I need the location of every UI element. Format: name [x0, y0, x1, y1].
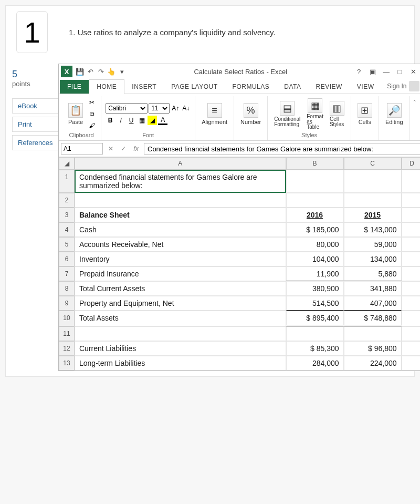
cell[interactable]: [402, 266, 420, 281]
enter-formula-icon[interactable]: ✓: [119, 144, 128, 153]
cell[interactable]: [402, 356, 420, 371]
tab-file[interactable]: FILE: [60, 80, 89, 94]
font-color-icon[interactable]: A: [158, 116, 167, 125]
cell[interactable]: [402, 341, 420, 356]
qat-customize-icon[interactable]: ▾: [117, 66, 127, 77]
cell[interactable]: $ 85,300: [286, 341, 344, 356]
name-box[interactable]: [61, 143, 103, 155]
font-name-select[interactable]: Calibri: [106, 103, 148, 114]
col-header-a[interactable]: A: [75, 157, 286, 170]
row-header[interactable]: 8: [59, 281, 75, 296]
cell[interactable]: 134,000: [344, 252, 402, 266]
cell[interactable]: [402, 281, 420, 296]
cell[interactable]: [402, 237, 420, 252]
italic-button[interactable]: I: [116, 116, 125, 125]
cell[interactable]: 2015: [344, 208, 402, 222]
cell[interactable]: Total Current Assets: [75, 281, 286, 296]
cell[interactable]: Balance Sheet: [75, 208, 286, 222]
row-header[interactable]: 1: [59, 170, 75, 193]
print-link[interactable]: Print: [12, 117, 58, 132]
help-icon[interactable]: ?: [354, 67, 364, 76]
cell-styles-button[interactable]: ▥ Cell Styles: [328, 100, 346, 128]
cell[interactable]: [286, 170, 344, 193]
cell[interactable]: [286, 193, 344, 208]
cell[interactable]: $ 748,880: [344, 311, 402, 326]
cell[interactable]: [75, 193, 286, 208]
redo-icon[interactable]: ↷: [96, 66, 106, 77]
undo-icon[interactable]: ↶: [85, 66, 96, 77]
editing-button[interactable]: 🔎 Editing: [383, 102, 405, 126]
cell[interactable]: $ 185,000: [286, 222, 344, 237]
cell[interactable]: 407,000: [344, 296, 402, 311]
format-painter-icon[interactable]: 🖌: [87, 121, 97, 130]
cell[interactable]: 514,500: [286, 296, 344, 311]
col-header-d[interactable]: D: [402, 157, 420, 170]
cell[interactable]: $ 143,000: [344, 222, 402, 237]
cell[interactable]: [402, 170, 420, 193]
maximize-icon[interactable]: □: [395, 67, 405, 76]
number-format-button[interactable]: % Number: [238, 102, 263, 126]
tab-page-layout[interactable]: PAGE LAYOUT: [164, 80, 225, 94]
cell[interactable]: 59,000: [344, 237, 402, 252]
cell[interactable]: 224,000: [344, 356, 402, 371]
cell[interactable]: [402, 296, 420, 311]
cell[interactable]: 80,000: [286, 237, 344, 252]
cell[interactable]: $ 895,400: [286, 311, 344, 326]
cell[interactable]: Long-term Liabilities: [75, 356, 286, 371]
cell[interactable]: Prepaid Insurance: [75, 266, 286, 281]
cell[interactable]: 5,880: [344, 266, 402, 281]
cell[interactable]: 2016: [286, 208, 344, 222]
paste-button[interactable]: 📋 Paste: [66, 102, 85, 126]
fx-icon[interactable]: fx: [131, 144, 141, 153]
row-header[interactable]: 2: [59, 193, 75, 208]
alignment-button[interactable]: ≡ Alignment: [200, 102, 229, 126]
references-link[interactable]: References: [12, 135, 58, 150]
cell[interactable]: 341,880: [344, 281, 402, 296]
grow-font-icon[interactable]: A↑: [171, 104, 180, 113]
row-header[interactable]: 3: [59, 208, 75, 222]
cell[interactable]: [75, 326, 286, 341]
touch-mode-icon[interactable]: 👆: [106, 66, 117, 77]
underline-button[interactable]: U: [127, 116, 136, 125]
row-header[interactable]: 4: [59, 222, 75, 237]
shrink-font-icon[interactable]: A↓: [181, 104, 191, 113]
tab-home[interactable]: HOME: [89, 79, 124, 94]
cell-a1[interactable]: Condensed financial statements for Games…: [75, 170, 286, 193]
collapse-ribbon-icon[interactable]: ˄: [410, 96, 419, 140]
cells-button[interactable]: ⊞ Cells: [355, 102, 374, 126]
row-header[interactable]: 7: [59, 266, 75, 281]
cell[interactable]: 380,900: [286, 281, 344, 296]
cell[interactable]: [402, 193, 420, 208]
cell[interactable]: 104,000: [286, 252, 344, 266]
row-header[interactable]: 5: [59, 237, 75, 252]
ribbon-options-icon[interactable]: ▣: [368, 67, 377, 76]
cell[interactable]: Total Assets: [75, 311, 286, 326]
sign-in-button[interactable]: Sign In: [384, 79, 420, 94]
cell[interactable]: [344, 170, 402, 193]
fill-color-icon[interactable]: ◢: [148, 116, 157, 125]
font-size-select[interactable]: 11: [149, 103, 170, 114]
cancel-formula-icon[interactable]: ✕: [106, 144, 116, 153]
row-header[interactable]: 12: [59, 341, 75, 356]
row-header[interactable]: 6: [59, 252, 75, 266]
cell[interactable]: [402, 222, 420, 237]
cell[interactable]: [402, 311, 420, 326]
tab-data[interactable]: DATA: [277, 80, 308, 94]
cell[interactable]: 11,900: [286, 266, 344, 281]
bold-button[interactable]: B: [106, 116, 115, 125]
save-icon[interactable]: 💾: [75, 66, 85, 77]
cell[interactable]: 284,000: [286, 356, 344, 371]
cut-icon[interactable]: ✂: [87, 98, 97, 107]
cell[interactable]: [344, 193, 402, 208]
tab-formulas[interactable]: FORMULAS: [225, 80, 277, 94]
tab-view[interactable]: VIEW: [350, 80, 382, 94]
cell[interactable]: Cash: [75, 222, 286, 237]
minimize-icon[interactable]: —: [382, 67, 391, 76]
copy-icon[interactable]: ⧉: [87, 109, 97, 119]
row-header[interactable]: 10: [59, 311, 75, 326]
col-header-c[interactable]: C: [344, 157, 402, 170]
cell[interactable]: [402, 208, 420, 222]
col-header-b[interactable]: B: [286, 157, 344, 170]
cell[interactable]: Accounts Receivable, Net: [75, 237, 286, 252]
borders-icon[interactable]: ▦: [137, 116, 146, 125]
